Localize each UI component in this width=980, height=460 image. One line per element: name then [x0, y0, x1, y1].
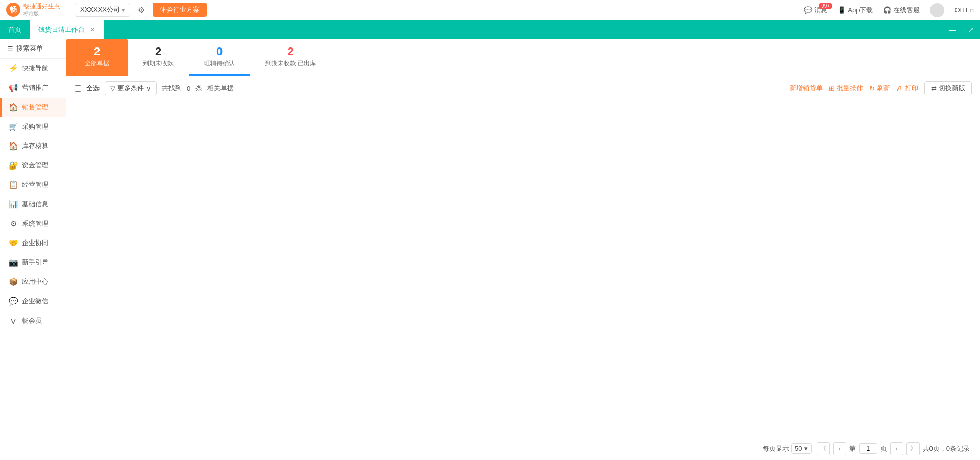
sidebar-item-operations[interactable]: 📋 经营管理 — [0, 175, 66, 195]
app-download-label: App下载 — [848, 6, 873, 15]
experience-button[interactable]: 体验行业方案 — [153, 3, 207, 17]
prev-page-button[interactable]: ‹ — [833, 442, 846, 455]
sidebar-item-label: 企业微信 — [22, 297, 48, 306]
tab-close-icon[interactable]: ✕ — [90, 26, 95, 33]
related-label: 相关单据 — [207, 84, 234, 93]
sidebar-item-label: 资金管理 — [22, 161, 48, 170]
avatar — [930, 3, 944, 17]
sidebar-item-label: 基础信息 — [22, 200, 48, 209]
add-label: + 新增销货单 — [784, 84, 823, 93]
purchase-icon: 🛒 — [9, 122, 18, 131]
filter-label: 更多条件 — [117, 84, 144, 93]
sidebar-item-basic-info[interactable]: 📊 基础信息 — [0, 195, 66, 214]
per-page-select[interactable]: 50 ▾ — [791, 443, 811, 454]
page-number-input[interactable] — [859, 443, 877, 454]
settings-button[interactable]: ⚙ — [134, 3, 149, 17]
finance-icon: 🔐 — [9, 161, 18, 170]
online-service-label: 在线客服 — [893, 6, 920, 15]
first-page-button[interactable]: 《 — [817, 442, 830, 455]
logo-area: 畅 畅捷通好生意 标准版 — [6, 3, 60, 17]
filter-button[interactable]: ▽ 更多条件 ∨ — [105, 81, 157, 95]
sidebar-item-sales[interactable]: 🏠 销售管理 — [0, 98, 66, 117]
batch-operation-button[interactable]: ⊞ 批量操作 — [829, 84, 863, 93]
marketing-icon: 📢 — [9, 83, 18, 92]
sidebar-item-guide[interactable]: 📷 新手引导 — [0, 253, 66, 272]
sidebar-item-label: 应用中心 — [22, 277, 48, 286]
batch-icon: ⊞ — [829, 85, 835, 92]
logo-title: 畅捷通好生意 — [23, 3, 60, 10]
found-count: 0 — [187, 85, 190, 92]
sidebar-item-inventory[interactable]: 🏠 库存核算 — [0, 136, 66, 156]
refresh-button[interactable]: ↻ 刷新 — [869, 84, 890, 93]
toolbar-right: + 新增销货单 ⊞ 批量操作 ↻ 刷新 🖨 打印 ⇄ 切换新版 — [782, 81, 972, 95]
search-menu-button[interactable]: ☰ 搜索菜单 — [0, 39, 66, 59]
top-bar-left: 畅 畅捷通好生意 标准版 XXXXXX公司 ▾ ⚙ 体验行业方案 — [6, 3, 207, 17]
filter-chevron-icon: ∨ — [146, 85, 151, 92]
page-suffix: 页 — [880, 444, 887, 453]
stats-tab-pending[interactable]: 0 旺辅待确认 — [189, 39, 250, 76]
switch-version-button[interactable]: ⇄ 切换新版 — [924, 81, 972, 95]
sidebar-item-label: 系统管理 — [22, 219, 48, 228]
message-badge: 99+ — [819, 3, 832, 9]
switch-icon: ⇄ — [931, 85, 937, 92]
sidebar-item-wecom[interactable]: 💬 企业微信 — [0, 292, 66, 311]
sidebar-item-label: 采购管理 — [22, 122, 48, 131]
found-unit: 条 — [195, 84, 202, 93]
stats-label-overdue: 到期未收款 — [143, 59, 174, 68]
tab-bar-actions: — ⤢ — [943, 20, 980, 39]
sidebar-item-marketing[interactable]: 📢 营销推广 — [0, 78, 66, 98]
top-bar-right: 💬 消息 99+ 📱 App下载 🎧 在线客服 OfTEn — [804, 3, 974, 17]
toolbar-left: 全选 ▽ 更多条件 ∨ 共找到 0 条 相关单据 — [75, 81, 776, 95]
sidebar-item-purchase[interactable]: 🛒 采购管理 — [0, 117, 66, 136]
quick-nav-icon: ⚡ — [9, 64, 18, 73]
stats-tab-overdue[interactable]: 2 到期未收款 — [128, 39, 189, 76]
pagination-bar: 每页显示 50 ▾ 《 ‹ 第 页 › 》 共0页，0条记录 — [66, 437, 980, 460]
inventory-icon: 🏠 — [9, 141, 18, 151]
tab-bar: 首页 钱货日清工作台 ✕ — ⤢ — [0, 20, 980, 39]
chevron-down-icon: ▾ — [122, 7, 125, 13]
sidebar-item-member[interactable]: V 畅会员 — [0, 311, 66, 330]
tab-home-label: 首页 — [8, 25, 21, 34]
tab-maximize-button[interactable]: ⤢ — [962, 20, 980, 39]
stats-count-pending: 0 — [216, 45, 223, 58]
page-nav: 《 ‹ 第 页 › 》 共0页，0条记录 — [817, 442, 970, 455]
message-button[interactable]: 💬 消息 99+ — [804, 6, 827, 15]
last-page-button[interactable]: 》 — [906, 442, 920, 455]
app-center-icon: 📦 — [9, 277, 18, 286]
stats-tab-overdue-shipped[interactable]: 2 到期未收款 已出库 — [250, 39, 331, 76]
sidebar-item-quick-nav[interactable]: ⚡ 快捷导航 — [0, 59, 66, 78]
search-icon: ☰ — [7, 45, 13, 53]
stats-tab-all[interactable]: 2 全部单据 — [66, 39, 128, 76]
sidebar-item-label: 库存核算 — [22, 141, 48, 151]
stats-tabs: 2 全部单据 2 到期未收款 0 旺辅待确认 2 到期未收款 已出库 — [66, 39, 980, 76]
company-selector[interactable]: XXXXXX公司 ▾ — [75, 3, 130, 17]
sidebar-item-system[interactable]: ⚙ 系统管理 — [0, 214, 66, 233]
sidebar-item-app-center[interactable]: 📦 应用中心 — [0, 272, 66, 292]
tab-cashflow[interactable]: 钱货日清工作台 ✕ — [30, 20, 104, 39]
logo-text-group: 畅捷通好生意 标准版 — [23, 3, 60, 17]
stats-label-all: 全部单据 — [85, 59, 109, 68]
found-prefix: 共找到 — [162, 84, 182, 93]
sidebar-item-enterprise[interactable]: 🤝 企业协同 — [0, 233, 66, 253]
sidebar-item-label: 经营管理 — [22, 180, 48, 189]
add-sale-order-button[interactable]: + 新增销货单 — [782, 84, 823, 93]
print-button[interactable]: 🖨 打印 — [896, 84, 918, 93]
member-icon: V — [9, 317, 18, 325]
batch-label: 批量操作 — [837, 84, 863, 93]
toolbar: 全选 ▽ 更多条件 ∨ 共找到 0 条 相关单据 + 新增销货单 ⊞ 批量操 — [66, 76, 980, 101]
tab-minimize-button[interactable]: — — [943, 20, 962, 39]
message-icon: 💬 — [804, 6, 812, 14]
guide-icon: 📷 — [9, 258, 18, 267]
select-all-checkbox[interactable] — [75, 85, 81, 92]
stats-count-overdue-shipped: 2 — [288, 45, 294, 58]
system-icon: ⚙ — [9, 219, 18, 228]
tab-home[interactable]: 首页 — [0, 20, 30, 39]
online-service-button[interactable]: 🎧 在线客服 — [883, 6, 920, 15]
app-download-button[interactable]: 📱 App下载 — [838, 6, 873, 15]
print-label: 打印 — [905, 84, 918, 93]
sidebar-item-finance[interactable]: 🔐 资金管理 — [0, 156, 66, 175]
operations-icon: 📋 — [9, 180, 18, 189]
per-page-label: 每页显示 — [763, 444, 789, 453]
print-icon: 🖨 — [896, 85, 903, 92]
next-page-button[interactable]: › — [890, 442, 903, 455]
